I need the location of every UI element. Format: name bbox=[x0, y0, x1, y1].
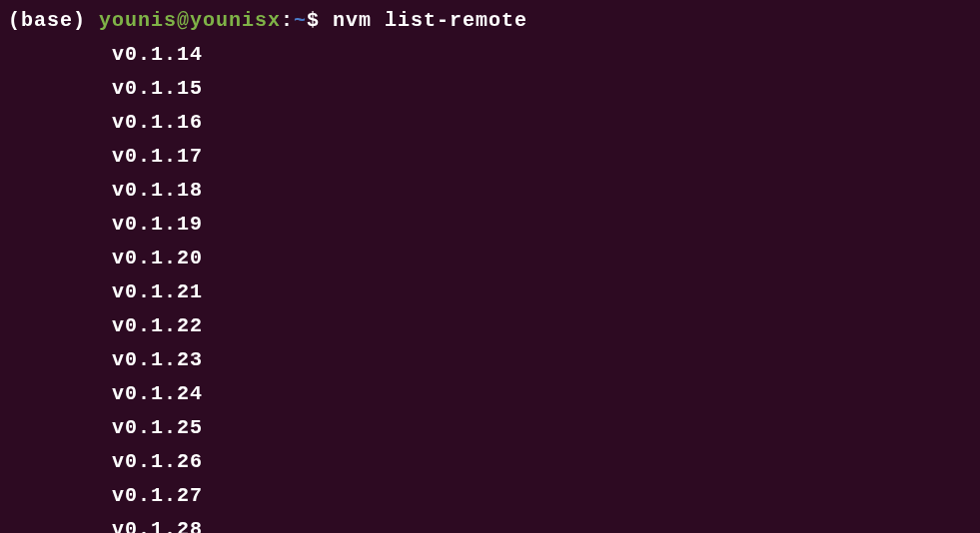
terminal-prompt-line[interactable]: (base) younis@younisx:~$ nvm list-remote bbox=[8, 4, 972, 38]
version-line: v0.1.17 bbox=[8, 140, 972, 174]
version-line: v0.1.19 bbox=[8, 208, 972, 242]
version-line: v0.1.20 bbox=[8, 242, 972, 275]
version-line: v0.1.15 bbox=[8, 72, 972, 106]
version-line: v0.1.27 bbox=[8, 479, 972, 513]
version-line: v0.1.16 bbox=[8, 106, 972, 140]
colon-separator: : bbox=[281, 9, 294, 32]
command-input: nvm list-remote bbox=[333, 9, 527, 32]
version-line: v0.1.22 bbox=[8, 309, 972, 343]
version-line: v0.1.28 bbox=[8, 513, 972, 533]
version-line: v0.1.23 bbox=[8, 343, 972, 377]
dollar-sign: $ bbox=[307, 9, 333, 32]
version-line: v0.1.26 bbox=[8, 445, 972, 479]
conda-env: (base) bbox=[8, 9, 99, 32]
version-line: v0.1.25 bbox=[8, 411, 972, 445]
version-line: v0.1.18 bbox=[8, 174, 972, 208]
command-output: v0.1.14 v0.1.15 v0.1.16 v0.1.17 v0.1.18 … bbox=[8, 38, 972, 533]
version-line: v0.1.24 bbox=[8, 377, 972, 411]
current-path: ~ bbox=[294, 9, 307, 32]
version-line: v0.1.21 bbox=[8, 275, 972, 309]
version-line: v0.1.14 bbox=[8, 38, 972, 72]
user-host: younis@younisx bbox=[99, 9, 281, 32]
